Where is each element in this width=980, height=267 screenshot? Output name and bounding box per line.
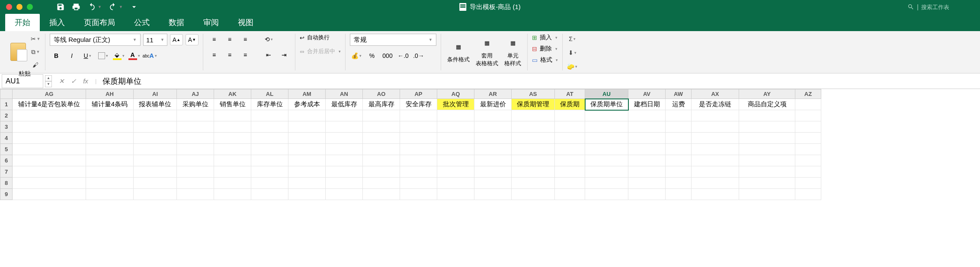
cell[interactable] (400, 133, 437, 144)
cell[interactable] (326, 133, 363, 144)
cell[interactable] (13, 133, 86, 144)
column-header[interactable]: AZ (795, 89, 821, 99)
cell[interactable] (585, 178, 628, 189)
cell[interactable] (326, 144, 363, 155)
cell[interactable] (739, 110, 795, 121)
insert-cells-button[interactable]: ⊞插入▾ (532, 34, 558, 41)
cell[interactable] (628, 155, 666, 166)
cell[interactable] (177, 166, 214, 178)
cell[interactable] (134, 166, 177, 178)
delete-cells-button[interactable]: ⊟删除▾ (532, 45, 558, 53)
cell[interactable] (512, 133, 555, 144)
cell[interactable] (288, 189, 326, 200)
fx-button[interactable]: fx (80, 77, 92, 85)
cell[interactable]: 运费 (666, 99, 692, 110)
cell[interactable] (214, 155, 251, 166)
column-header[interactable]: AK (214, 89, 251, 99)
cell[interactable]: 最高库存 (363, 99, 400, 110)
cell[interactable] (177, 133, 214, 144)
cell[interactable] (437, 110, 474, 121)
cell[interactable] (739, 121, 795, 133)
undo-button[interactable]: ▼ (87, 3, 102, 11)
number-format-select[interactable]: 常规▼ (350, 34, 436, 46)
name-box[interactable]: AU1 (2, 74, 43, 88)
cell[interactable] (795, 155, 821, 166)
cell[interactable] (512, 144, 555, 155)
cell[interactable] (795, 178, 821, 189)
format-cells-button[interactable]: ▭格式▾ (532, 56, 558, 64)
cell[interactable] (326, 178, 363, 189)
cell[interactable] (555, 133, 585, 144)
cell[interactable] (795, 144, 821, 155)
cell[interactable] (585, 133, 628, 144)
cell[interactable] (13, 121, 86, 133)
column-header[interactable]: AJ (177, 89, 214, 99)
cell[interactable] (437, 155, 474, 166)
cell[interactable] (86, 144, 134, 155)
select-all-corner[interactable] (0, 89, 13, 99)
cell[interactable] (288, 178, 326, 189)
cell[interactable] (739, 144, 795, 155)
cell[interactable] (628, 189, 666, 200)
cell[interactable] (666, 189, 692, 200)
cell[interactable] (86, 166, 134, 178)
cell[interactable] (134, 133, 177, 144)
cell[interactable]: 辅计量4条码 (86, 99, 134, 110)
cell[interactable] (134, 189, 177, 200)
cell[interactable]: 建档日期 (628, 99, 666, 110)
cell[interactable] (363, 133, 400, 144)
cell[interactable] (795, 99, 821, 110)
column-header[interactable]: AY (739, 89, 795, 99)
cell[interactable] (555, 166, 585, 178)
cell[interactable] (474, 178, 512, 189)
cell[interactable] (692, 189, 739, 200)
cell[interactable] (251, 110, 288, 121)
font-color-button[interactable]: A▾ (128, 50, 141, 61)
close-window-button[interactable] (6, 4, 12, 10)
cell[interactable] (13, 166, 86, 178)
cell[interactable] (739, 166, 795, 178)
cell[interactable]: 是否走冻链 (692, 99, 739, 110)
cell[interactable] (214, 144, 251, 155)
increase-indent-button[interactable]: ⇥ (278, 49, 291, 60)
cell[interactable] (326, 166, 363, 178)
orientation-button[interactable]: ⟲▾ (262, 34, 275, 45)
enter-formula-button[interactable]: ✓ (67, 77, 80, 85)
cell[interactable] (363, 155, 400, 166)
increase-decimal-button[interactable]: ←.0 (397, 50, 410, 61)
cell[interactable] (288, 133, 326, 144)
cell[interactable] (692, 121, 739, 133)
cell[interactable] (666, 110, 692, 121)
cell[interactable] (400, 189, 437, 200)
cell[interactable] (692, 155, 739, 166)
cell[interactable]: 保质期 (555, 99, 585, 110)
cell[interactable] (214, 189, 251, 200)
cell[interactable] (585, 189, 628, 200)
cell[interactable] (628, 110, 666, 121)
cell[interactable] (177, 110, 214, 121)
cell[interactable] (437, 178, 474, 189)
cell[interactable] (251, 121, 288, 133)
cell[interactable] (474, 133, 512, 144)
cell[interactable] (585, 121, 628, 133)
cell[interactable]: 最低库存 (326, 99, 363, 110)
cell[interactable] (474, 110, 512, 121)
fill-color-button[interactable]: ⬙▾ (112, 50, 125, 61)
cell[interactable] (795, 121, 821, 133)
cell[interactable] (400, 121, 437, 133)
cell[interactable]: 保质期单位 (585, 99, 628, 110)
cell[interactable]: 报表辅单位 (134, 99, 177, 110)
column-header[interactable]: AI (134, 89, 177, 99)
column-header[interactable]: AP (400, 89, 437, 99)
row-header[interactable]: 8 (0, 178, 13, 189)
clear-button[interactable]: 🧽▾ (567, 61, 577, 72)
cell[interactable] (437, 144, 474, 155)
column-header[interactable]: AQ (437, 89, 474, 99)
tab-insert[interactable]: 插入 (40, 14, 74, 31)
cell[interactable] (13, 155, 86, 166)
cell[interactable] (214, 133, 251, 144)
search-sheet[interactable]: | (907, 3, 980, 10)
cell[interactable] (666, 178, 692, 189)
cell[interactable] (214, 166, 251, 178)
align-center-button[interactable]: ≡ (223, 49, 236, 60)
